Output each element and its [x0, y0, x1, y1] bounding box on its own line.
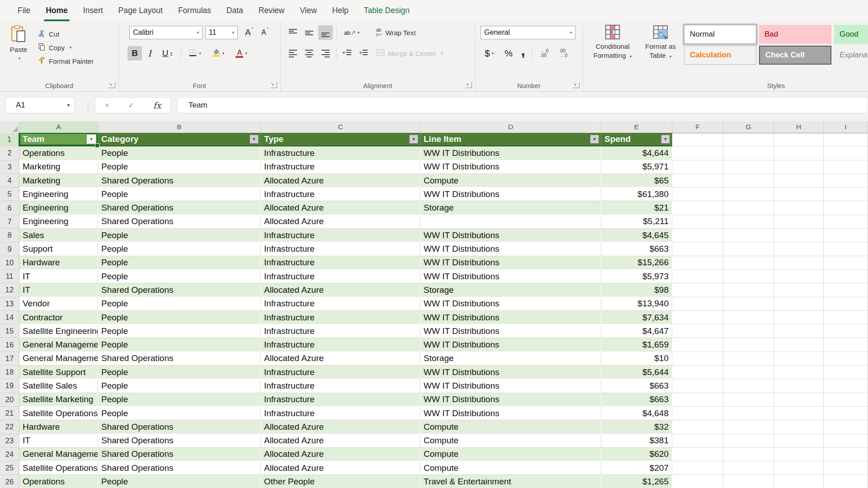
filter-button-category[interactable]: ▼	[250, 135, 259, 144]
column-header-A[interactable]: A	[19, 121, 98, 133]
cell-B25[interactable]: Shared Operations	[98, 461, 261, 475]
column-header-H[interactable]: H	[774, 121, 824, 133]
cell-H5[interactable]	[774, 188, 824, 201]
align-right-button[interactable]	[318, 46, 333, 61]
cell-B22[interactable]: Shared Operations	[98, 420, 261, 434]
cell-G23[interactable]	[723, 434, 774, 448]
insert-function-icon[interactable]: fx	[153, 100, 161, 110]
comma-style-button[interactable]: ,	[518, 43, 528, 57]
cancel-icon[interactable]: ×	[104, 101, 109, 110]
cell-C9[interactable]: Infrastructure	[261, 242, 420, 256]
cell-E10[interactable]: $15,266	[601, 256, 672, 270]
cell-H23[interactable]	[774, 434, 824, 448]
number-format-combobox[interactable]: General ▾	[481, 26, 576, 39]
cell-F14[interactable]	[672, 311, 723, 324]
cell-H15[interactable]	[774, 324, 824, 338]
row-header-6[interactable]: 6	[0, 201, 19, 215]
cell-F21[interactable]	[672, 407, 723, 420]
cell-G6[interactable]	[723, 201, 774, 215]
cell-D23[interactable]: Compute	[420, 434, 601, 448]
cell-H10[interactable]	[774, 256, 824, 270]
cell-G19[interactable]	[723, 379, 774, 393]
cell-D8[interactable]: WW IT Distributions	[420, 229, 601, 242]
cell-F5[interactable]	[672, 188, 723, 201]
cell-A13[interactable]: Vendor	[19, 297, 98, 311]
row-header-23[interactable]: 23	[0, 434, 19, 448]
cell-A23[interactable]: IT	[19, 434, 98, 448]
cell-C23[interactable]: Allocated Azure	[261, 434, 420, 448]
cell-A6[interactable]: Engineering	[19, 201, 98, 215]
orientation-button[interactable]: ab↗ ▾	[340, 25, 363, 40]
cell-I15[interactable]	[824, 324, 868, 338]
wrap-text-button[interactable]: ab c↩ Wrap Text	[376, 26, 415, 39]
cell-F22[interactable]	[672, 420, 723, 434]
cell-H22[interactable]	[774, 420, 824, 434]
cell-H17[interactable]	[774, 352, 824, 366]
cell-A25[interactable]: Satellite Operations	[19, 461, 98, 475]
cell-I7[interactable]	[824, 215, 868, 229]
cell-E4[interactable]: $65	[601, 174, 672, 188]
row-header-12[interactable]: 12	[0, 283, 19, 297]
row-header-17[interactable]: 17	[0, 352, 19, 366]
cell-A17[interactable]: General Management	[19, 352, 98, 366]
cell-H1[interactable]	[774, 133, 824, 146]
cell-I25[interactable]	[824, 461, 868, 475]
cell-G24[interactable]	[723, 448, 774, 461]
cell-E14[interactable]: $7,634	[601, 311, 672, 324]
font-color-button[interactable]: A ▾	[231, 46, 252, 61]
cell-E23[interactable]: $381	[601, 434, 672, 448]
format-as-table-button[interactable]: Format as Table ▾	[640, 24, 681, 61]
row-header-4[interactable]: 4	[0, 174, 19, 188]
cell-I3[interactable]	[824, 160, 868, 174]
cell-A19[interactable]: Satellite Sales	[19, 379, 98, 393]
row-header-26[interactable]: 26	[0, 475, 19, 488]
bottom-align-button[interactable]	[318, 25, 333, 40]
cell-D6[interactable]: Storage	[420, 201, 601, 215]
bold-button[interactable]: B	[127, 46, 142, 61]
cell-G25[interactable]	[723, 461, 774, 475]
cell-D5[interactable]: WW IT Distributions	[420, 188, 601, 201]
top-align-button[interactable]	[286, 25, 300, 40]
style-chip-explanatory-[interactable]: Explanatory...	[834, 46, 868, 65]
cell-D15[interactable]: WW IT Distributions	[420, 324, 601, 338]
tab-view[interactable]: View	[292, 0, 325, 21]
cell-B6[interactable]: Shared Operations	[98, 201, 261, 215]
cell-D24[interactable]: Compute	[420, 448, 601, 461]
cell-E19[interactable]: $663	[601, 379, 672, 393]
row-header-3[interactable]: 3	[0, 160, 19, 174]
cell-D26[interactable]: Travel & Entertainment	[420, 475, 601, 488]
cell-E6[interactable]: $21	[601, 201, 672, 215]
filter-button-line-item[interactable]: ▼	[590, 135, 599, 144]
row-header-24[interactable]: 24	[0, 448, 19, 461]
cell-I4[interactable]	[824, 174, 868, 188]
cell-G9[interactable]	[723, 242, 774, 256]
cell-F4[interactable]	[672, 174, 723, 188]
row-header-2[interactable]: 2	[0, 146, 19, 160]
cell-C10[interactable]: Infrastructure	[261, 256, 420, 270]
formula-bar-handle[interactable]: ⋮	[84, 102, 91, 111]
row-header-8[interactable]: 8	[0, 229, 19, 242]
cell-E18[interactable]: $5,644	[601, 366, 672, 379]
cell-B5[interactable]: People	[98, 188, 261, 201]
cell-E24[interactable]: $620	[601, 448, 672, 461]
tab-insert[interactable]: Insert	[75, 0, 111, 21]
cell-D19[interactable]: WW IT Distributions	[420, 379, 601, 393]
cell-F7[interactable]	[672, 215, 723, 229]
cell-C22[interactable]: Allocated Azure	[261, 420, 420, 434]
cell-B10[interactable]: People	[98, 256, 261, 270]
cell-F8[interactable]	[672, 229, 723, 242]
cell-H6[interactable]	[774, 201, 824, 215]
row-header-25[interactable]: 25	[0, 461, 19, 475]
cell-E5[interactable]: $61,380	[601, 188, 672, 201]
cell-D21[interactable]: WW IT Distributions	[420, 407, 601, 420]
cell-E12[interactable]: $98	[601, 283, 672, 297]
cell-F11[interactable]	[672, 270, 723, 283]
cell-E8[interactable]: $4,645	[601, 229, 672, 242]
cell-D22[interactable]: Compute	[420, 420, 601, 434]
row-header-1[interactable]: 1	[0, 133, 19, 146]
cell-F1[interactable]	[672, 133, 723, 146]
cell-F10[interactable]	[672, 256, 723, 270]
cell-C8[interactable]: Infrastructure	[261, 229, 420, 242]
cell-B3[interactable]: People	[98, 160, 261, 174]
cell-B20[interactable]: People	[98, 393, 261, 407]
